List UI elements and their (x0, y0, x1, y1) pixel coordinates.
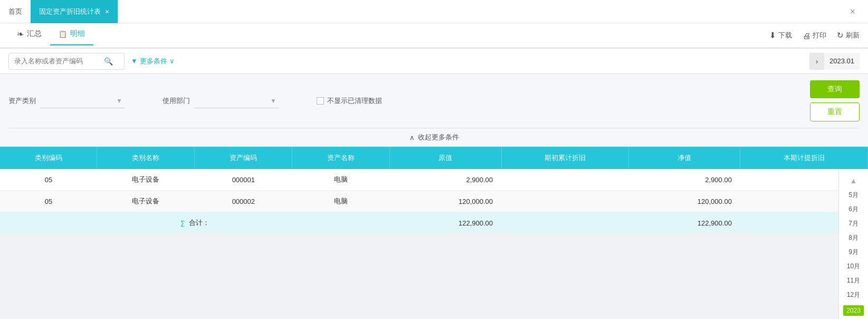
col-asset-code: 资产编码 (195, 147, 292, 169)
print-button[interactable]: 🖨 打印 (803, 31, 826, 40)
cell-asset-code: 000001 (195, 169, 292, 191)
sidebar-month-item[interactable]: 6月 (847, 202, 860, 217)
cell-category-code: 05 (0, 191, 97, 212)
cell-asset-name: 电脑 (292, 191, 390, 212)
table-row: 05 电子设备 000001 电脑 2,900.00 2,900.00 (0, 169, 868, 191)
cell-original: 2,900.00 (390, 169, 501, 191)
no-cleared-checkbox[interactable] (317, 97, 324, 105)
filter-icon: ▼ (131, 57, 138, 65)
print-label: 打印 (813, 31, 826, 40)
cell-category-name: 电子设备 (97, 169, 195, 191)
total-row: ∑ 合计： 122,900.00 122,900.00 (0, 212, 868, 234)
col-period-dep: 本期计提折旧 (740, 147, 868, 169)
filters-area: 资产类别 ▼ 使用部门 ▼ 不显示已清理数据 查询 重置 ∧ 收起更多条件 (0, 74, 868, 147)
tab-toolbar-row: ❧ 汇总 📋 明细 ⬇ 下载 🖨 打印 ↻ 刷新 (0, 23, 868, 49)
collapse-icon: ∧ (409, 134, 415, 142)
refresh-icon: ↻ (837, 31, 844, 40)
date-display: 2023.01 (824, 53, 860, 70)
reset-button[interactable]: 重置 (810, 102, 860, 121)
total-label: 合计： (189, 219, 209, 227)
search-icon: 🔍 (104, 57, 113, 65)
search-input[interactable] (14, 57, 104, 65)
sidebar-month-item[interactable]: 7月 (847, 217, 860, 231)
cell-net-value: 120,000.00 (629, 191, 740, 212)
table-header-row: 类别编码 类别名称 资产编码 资产名称 原值 期初累计折旧 净值 本期计提折旧 (0, 147, 868, 169)
more-filters-label: 更多条件 (140, 57, 167, 66)
print-icon: 🖨 (803, 31, 810, 40)
sum-icon: ∑ (180, 219, 185, 227)
col-asset-name: 资产名称 (292, 147, 390, 169)
total-label-cell: ∑ 合计： (0, 212, 390, 234)
table-row: 05 电子设备 000002 电脑 120,000.00 120,000.00 (0, 191, 868, 212)
filter-action-buttons: 查询 重置 (810, 80, 860, 121)
main-wrapper: 类别编码 类别名称 资产编码 资产名称 原值 期初累计折旧 净值 本期计提折旧 … (0, 147, 868, 234)
toolbar-buttons: ⬇ 下载 🖨 打印 ↻ 刷新 (769, 23, 860, 48)
col-net-value: 净值 (629, 147, 740, 169)
collapse-label: 收起更多条件 (418, 133, 459, 142)
cell-asset-name: 电脑 (292, 169, 390, 191)
sidebar-month-item[interactable]: 10月 (847, 259, 860, 274)
sidebar-months: 5月6月7月8月9月10月11月12月 (847, 188, 860, 302)
col-category-name: 类别名称 (97, 147, 195, 169)
home-nav[interactable]: 首页 (8, 7, 31, 16)
sidebar-month-item[interactable]: 5月 (847, 188, 860, 202)
cell-net-value: 2,900.00 (629, 169, 740, 191)
tab-detail[interactable]: 📋 明细 (50, 23, 93, 45)
refresh-label: 刷新 (846, 31, 860, 40)
download-icon: ⬇ (769, 31, 776, 40)
tab-summary-label: 汇总 (27, 29, 42, 39)
filters-row: 资产类别 ▼ 使用部门 ▼ 不显示已清理数据 查询 重置 (8, 80, 860, 121)
summary-icon: ❧ (17, 29, 24, 39)
data-table-container: 类别编码 类别名称 资产编码 资产名称 原值 期初累计折旧 净值 本期计提折旧 … (0, 147, 868, 234)
no-cleared-filter[interactable]: 不显示已清理数据 (317, 96, 382, 106)
dept-label: 使用部门 (163, 96, 190, 106)
search-input-wrap[interactable]: 🔍 (8, 53, 125, 70)
main-content: 类别编码 类别名称 资产编码 资产名称 原值 期初累计折旧 净值 本期计提折旧 … (0, 147, 868, 234)
tab-detail-label: 明细 (70, 29, 85, 39)
dept-select[interactable]: ▼ (194, 93, 279, 108)
col-original-value: 原值 (390, 147, 501, 169)
collapse-filters-button[interactable]: ∧ 收起更多条件 (8, 128, 860, 146)
col-accum-dep: 期初累计折旧 (501, 147, 629, 169)
active-tab[interactable]: 固定资产折旧统计表 × (31, 0, 118, 23)
asset-type-label: 资产类别 (8, 96, 36, 106)
tab-title: 固定资产折旧统计表 (39, 7, 101, 16)
close-tab-icon[interactable]: × (105, 7, 109, 16)
right-sidebar: ▲ 5月6月7月8月9月10月11月12月 2023 (838, 170, 868, 319)
dept-arrow-icon: ▼ (270, 97, 276, 105)
top-nav: 首页 固定资产折旧统计表 × × (0, 0, 868, 23)
cell-asset-code: 000002 (195, 191, 292, 212)
sidebar-month-item[interactable]: 11月 (847, 274, 860, 288)
date-prev-button[interactable]: › (809, 53, 824, 70)
cell-category-code: 05 (0, 169, 97, 191)
sidebar-month-item[interactable]: 8月 (847, 231, 860, 245)
asset-type-filter: 资产类别 ▼ (8, 93, 125, 108)
download-button[interactable]: ⬇ 下载 (769, 31, 792, 40)
refresh-button[interactable]: ↻ 刷新 (837, 31, 860, 40)
date-navigator: › 2023.01 (809, 53, 860, 70)
more-filters-button[interactable]: ▼ 更多条件 ∨ (131, 57, 175, 66)
total-net-value: 122,900.00 (629, 212, 740, 234)
total-accum-dep (501, 212, 629, 234)
cell-original: 120,000.00 (390, 191, 501, 212)
close-window-icon[interactable]: × (850, 6, 860, 17)
sidebar-month-item[interactable]: 12月 (847, 288, 860, 302)
asset-type-arrow-icon: ▼ (116, 97, 122, 105)
sidebar-year-badge[interactable]: 2023 (843, 305, 864, 316)
cell-category-name: 电子设备 (97, 191, 195, 212)
total-original: 122,900.00 (390, 212, 501, 234)
cell-accum-dep (501, 191, 629, 212)
sidebar-month-item[interactable]: 9月 (847, 245, 860, 259)
query-button[interactable]: 查询 (810, 80, 860, 98)
dept-filter: 使用部门 ▼ (163, 93, 279, 108)
tab-summary[interactable]: ❧ 汇总 (8, 23, 50, 45)
sidebar-scroll-up-icon[interactable]: ▲ (848, 174, 860, 187)
asset-type-select[interactable]: ▼ (40, 93, 125, 108)
detail-icon: 📋 (59, 30, 67, 38)
cell-accum-dep (501, 169, 629, 191)
depreciation-table: 类别编码 类别名称 资产编码 资产名称 原值 期初累计折旧 净值 本期计提折旧 … (0, 147, 868, 234)
chevron-down-icon: ∨ (169, 57, 175, 65)
no-cleared-label: 不显示已清理数据 (327, 96, 382, 106)
download-label: 下载 (778, 31, 792, 40)
col-category-code: 类别编码 (0, 147, 97, 169)
